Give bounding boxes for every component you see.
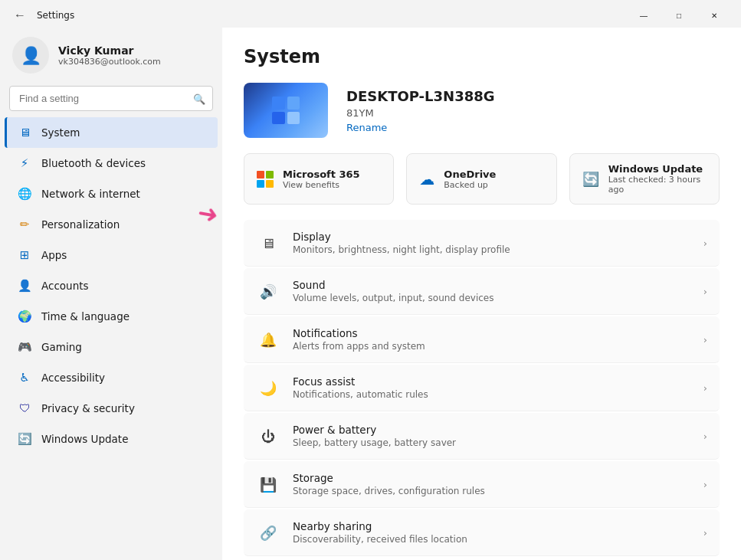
sound-chevron: ›: [703, 286, 707, 297]
sidebar-item-personalization[interactable]: ✏️ Personalization: [5, 209, 218, 240]
notifications-sub: Alerts from apps and system: [293, 341, 691, 352]
settings-item-power[interactable]: ⏻ Power & battery Sleep, battery usage, …: [244, 413, 720, 460]
focus-icon: 🌙: [256, 375, 280, 400]
search-input[interactable]: [9, 86, 213, 111]
time-icon: 🌍: [17, 309, 32, 324]
onedrive-icon: ☁: [419, 170, 434, 188]
settings-item-sound[interactable]: 🔊 Sound Volume levels, output, input, so…: [244, 268, 720, 315]
onedrive-sub: Backed up: [444, 180, 496, 190]
sidebar-label-apps: Apps: [41, 249, 67, 261]
storage-chevron: ›: [703, 479, 707, 490]
titlebar: ← Settings — □ ✕: [0, 0, 741, 28]
settings-item-notifications[interactable]: 🔔 Notifications Alerts from apps and sys…: [244, 316, 720, 363]
focus-title: Focus assist: [293, 375, 691, 388]
device-thumbnail: [244, 83, 328, 138]
settings-item-focus[interactable]: 🌙 Focus assist Notifications, automatic …: [244, 365, 720, 411]
sidebar-label-bluetooth: Bluetooth & devices: [41, 157, 146, 169]
main-content: System DESKTOP-L3N388G 81YM Rename: [222, 28, 741, 560]
maximize-button[interactable]: □: [661, 5, 697, 26]
accessibility-icon: ♿: [17, 370, 32, 385]
sound-sub: Volume levels, output, input, sound devi…: [293, 293, 691, 303]
device-name: DESKTOP-L3N388G: [346, 88, 494, 104]
display-icon: 🖥: [256, 231, 280, 255]
minimize-button[interactable]: —: [626, 5, 661, 26]
microsoft365-title: Microsoft 365: [283, 169, 360, 180]
device-info: DESKTOP-L3N388G 81YM Rename: [346, 88, 494, 133]
sidebar-label-windows-update: Windows Update: [41, 433, 128, 445]
notifications-icon: 🔔: [256, 327, 280, 352]
sidebar-item-network[interactable]: 🌐 Network & internet: [5, 178, 218, 209]
app-title: Settings: [37, 10, 74, 21]
sound-icon: 🔊: [256, 279, 280, 303]
power-title: Power & battery: [293, 424, 691, 436]
search-box: 🔍: [9, 86, 213, 111]
sidebar: 👤 Vicky Kumar vk304836@outlook.com 🔍 🖥 S…: [0, 28, 222, 560]
network-icon: 🌐: [17, 186, 32, 201]
storage-title: Storage: [293, 472, 691, 484]
settings-item-nearby-sharing[interactable]: 🔗 Nearby sharing Discoverability, receiv…: [244, 509, 720, 556]
sidebar-item-accessibility[interactable]: ♿ Accessibility: [5, 362, 218, 393]
settings-item-storage[interactable]: 💾 Storage Storage space, drives, configu…: [244, 461, 720, 508]
sidebar-label-accounts: Accounts: [41, 280, 89, 292]
sidebar-item-apps[interactable]: ⊞ Apps: [5, 240, 218, 270]
sidebar-item-windows-update[interactable]: 🔄 Windows Update: [5, 424, 218, 454]
notifications-chevron: ›: [703, 334, 707, 345]
sidebar-label-network: Network & internet: [41, 188, 140, 200]
focus-sub: Notifications, automatic rules: [293, 389, 691, 400]
titlebar-left: ← Settings: [9, 7, 74, 24]
window-controls: — □ ✕: [626, 5, 732, 26]
feature-card-microsoft365[interactable]: Microsoft 365 View benefits: [244, 153, 394, 205]
power-sub: Sleep, battery usage, battery saver: [293, 437, 691, 448]
nearby-sharing-chevron: ›: [703, 527, 707, 539]
sidebar-item-bluetooth[interactable]: ⚡ Bluetooth & devices: [5, 148, 218, 178]
focus-chevron: ›: [703, 382, 707, 394]
accounts-icon: 👤: [17, 278, 32, 293]
sidebar-item-time[interactable]: 🌍 Time & language: [5, 301, 218, 332]
sidebar-item-privacy[interactable]: 🛡 Privacy & security: [5, 393, 218, 424]
notifications-title: Notifications: [293, 327, 691, 339]
apps-icon: ⊞: [17, 247, 32, 263]
user-info: Vicky Kumar vk304836@outlook.com: [58, 44, 161, 67]
wu-text: Windows Update Last checked: 3 hours ago: [608, 163, 707, 195]
nearby-sharing-title: Nearby sharing: [293, 520, 691, 532]
onedrive-title: OneDrive: [444, 169, 496, 180]
system-icon: 🖥: [17, 125, 32, 140]
nearby-sharing-icon: 🔗: [256, 520, 280, 545]
onedrive-text: OneDrive Backed up: [444, 169, 496, 190]
windows-update-icon: 🔄: [17, 431, 32, 447]
bluetooth-icon: ⚡: [17, 156, 32, 171]
close-button[interactable]: ✕: [697, 5, 732, 26]
sidebar-nav: 🖥 System ⚡ Bluetooth & devices 🌐 Network…: [0, 117, 222, 454]
privacy-icon: 🛡: [17, 401, 32, 416]
sidebar-item-system[interactable]: 🖥 System: [5, 117, 218, 148]
feature-card-windows-update[interactable]: 🔄 Windows Update Last checked: 3 hours a…: [569, 153, 720, 205]
settings-list: 🖥 Display Monitors, brightness, night li…: [244, 220, 720, 558]
display-sub: Monitors, brightness, night light, displ…: [293, 244, 691, 255]
gaming-icon: 🎮: [17, 339, 32, 355]
storage-icon: 💾: [256, 472, 280, 496]
avatar: 👤: [12, 37, 49, 74]
microsoft365-icon: [257, 171, 274, 188]
display-chevron: ›: [703, 237, 707, 249]
display-title: Display: [293, 231, 691, 243]
sidebar-label-privacy: Privacy & security: [41, 402, 135, 414]
sidebar-item-gaming[interactable]: 🎮 Gaming: [5, 332, 218, 362]
feature-cards: Microsoft 365 View benefits ☁ OneDrive B…: [244, 153, 720, 205]
device-card: DESKTOP-L3N388G 81YM Rename: [244, 83, 720, 138]
back-button[interactable]: ←: [9, 7, 31, 24]
wu-title: Windows Update: [608, 163, 707, 175]
windows-logo: [272, 97, 300, 124]
sidebar-label-system: System: [41, 126, 80, 139]
settings-item-display[interactable]: 🖥 Display Monitors, brightness, night li…: [244, 220, 720, 267]
sidebar-label-accessibility: Accessibility: [41, 372, 105, 384]
feature-card-onedrive[interactable]: ☁ OneDrive Backed up: [406, 153, 556, 205]
sidebar-label-time: Time & language: [41, 310, 130, 323]
wu-icon: 🔄: [582, 171, 599, 187]
power-icon: ⏻: [256, 424, 280, 448]
user-profile[interactable]: 👤 Vicky Kumar vk304836@outlook.com: [0, 28, 222, 86]
device-model: 81YM: [346, 107, 494, 119]
microsoft365-text: Microsoft 365 View benefits: [283, 169, 360, 190]
sidebar-item-accounts[interactable]: 👤 Accounts: [5, 270, 218, 301]
user-email: vk304836@outlook.com: [58, 57, 161, 67]
device-rename-link[interactable]: Rename: [346, 122, 494, 133]
